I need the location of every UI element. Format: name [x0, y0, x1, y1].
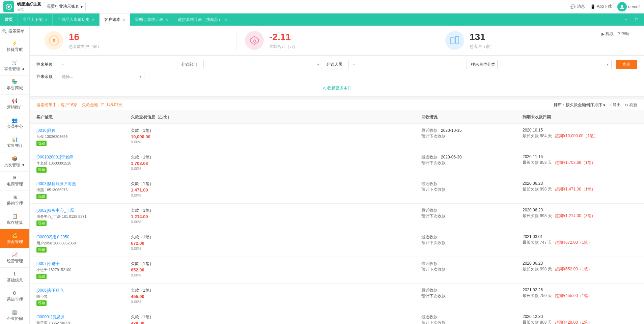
filter-source-unit-input[interactable]: ··· — [59, 60, 177, 69]
sidebar-item-quick-nav[interactable]: ⚡ 快捷导航 — [0, 37, 29, 56]
customer-name-link[interactable]: [000001]黄思源 — [36, 314, 131, 320]
overdue-link[interactable]: 超期¥429.00（1笔） — [555, 320, 592, 324]
debt-info-cell: 欠款（1笔） 10,000.00 0.00% — [131, 128, 421, 144]
sidebar-item-inventory-label: 库存核算 — [7, 220, 23, 226]
customer-name-link[interactable]: [0016]吕俊 — [36, 128, 131, 134]
sidebar-search[interactable]: 🔍 搜索菜单 — [0, 26, 29, 37]
tab-close-icon[interactable]: ✕ — [165, 18, 168, 22]
filter-balance-input[interactable]: 选择... ▾ — [59, 72, 144, 81]
overdue-date: 2020.10.15 — [523, 128, 637, 132]
tab-purchase-stats-label: 采购订单统计表 — [135, 17, 163, 23]
overdue-info-cell: 2020.06.23 最长欠款 998 天 超期¥1,214.00（3笔） — [523, 208, 637, 219]
sidebar-item-operations[interactable]: 📈 经营管理 — [0, 248, 29, 268]
tab-close-icon[interactable]: ✕ — [224, 18, 227, 22]
sidebar-item-purchase[interactable]: 🛍 采购管理 — [0, 191, 29, 210]
tab-close-icon[interactable]: ✕ — [45, 18, 48, 22]
collapse-btn[interactable]: ⋀ 收起更多条件 — [36, 84, 637, 92]
stat-amount-info: -2.11 欠款合计（万） — [269, 32, 298, 50]
sort-dropdown-icon[interactable]: ▾ — [603, 103, 605, 108]
sidebar-item-enterprise[interactable]: 🏢 企业协同 — [0, 306, 29, 324]
maximize-btn[interactable]: □ — [633, 16, 641, 24]
tab-production-instock[interactable]: 产成品入库单历史 ✕ — [53, 13, 100, 26]
retail-mall-icon: 🏪 — [12, 79, 18, 84]
overdue-link[interactable]: 超期¥1,471.00（1笔） — [555, 187, 595, 192]
minimize-btn[interactable]: − — [622, 16, 630, 24]
query-button[interactable]: 查询 — [616, 60, 637, 69]
overdue-link[interactable]: 超期¥1,214.00（3笔） — [555, 213, 595, 218]
sidebar-item-system[interactable]: ⚙ 系统管理 — [0, 287, 29, 306]
sidebar-item-retail-stats[interactable]: 📊 零售统计 — [0, 133, 29, 152]
overdue-link[interactable]: 超期¥455.90（1笔） — [555, 293, 592, 298]
repayment-info-cell: 最近收款 预计下次收款 — [421, 261, 523, 272]
sidebar-item-retail-mall[interactable]: 🏪 零售商城 — [0, 76, 29, 95]
customer-name-link[interactable]: [0002]服务中心_丁磊 — [36, 208, 131, 213]
sidebar-item-capital[interactable]: 💰 资金管理 — [0, 229, 29, 248]
logo-area: 畅捷通好生意 示范 母婴行业演示账套 ▾ — [3, 1, 86, 12]
refresh-icon: ↻ — [625, 103, 628, 108]
overdue-link[interactable]: 超期¥652.00（1笔） — [555, 267, 592, 271]
user-menu[interactable]: demo2 — [617, 2, 641, 11]
customer-name-link[interactable]: [0003]畅捷服务尹海燕 — [36, 181, 131, 187]
sidebar-item-member[interactable]: 👥 会员中心 — [0, 114, 29, 133]
help-btn[interactable]: ? 帮助 — [618, 31, 629, 37]
overdue-link[interactable]: 超期¥1,703.68（1笔） — [555, 160, 595, 165]
sidebar-item-batch-mgmt-label: 批发管理 ▼ — [4, 162, 25, 168]
export-btn[interactable]: ○ 导出 — [609, 102, 621, 108]
result-text: 搜索结果中，客户16家 欠款金额 -21,148.07元 — [36, 102, 122, 108]
stat-amount-value: -2.11 — [269, 32, 298, 42]
customer-name-link[interactable]: [000002]用户2050 — [36, 234, 131, 240]
message-btn[interactable]: 💬 消息 — [570, 4, 585, 9]
customer-detail: 李老师 18600391516 — [36, 161, 131, 166]
next-repay: 预计下次收款 — [421, 134, 523, 139]
source-unit-dots: ··· — [62, 62, 66, 67]
sidebar-item-marketing[interactable]: 📢 营销推广 — [0, 95, 29, 114]
filter-manager-input[interactable]: ··· — [348, 60, 467, 69]
video-btn[interactable]: ▶ 视频 — [601, 31, 614, 37]
table-row: [0001020001]李老师 李老师 18600391516 现销 欠款（1笔… — [30, 150, 644, 177]
tab-purchase-stats[interactable]: 采购订单统计表 ✕ — [130, 13, 173, 26]
filter-dept-input[interactable]: ▾ — [203, 60, 322, 69]
tab-instock-stats[interactable]: 进货单统计表（按商品） ✕ — [173, 13, 232, 26]
store-selector[interactable]: 母婴行业演示账套 ▾ — [44, 2, 86, 11]
tab-customer-account[interactable]: 客户账本 ✕ — [100, 13, 130, 26]
last-repay: 最近收款 — [421, 288, 523, 293]
tab-home[interactable]: 首页 — [0, 13, 18, 26]
top-header: 畅捷通好生意 示范 母婴行业演示账套 ▾ 💬 消息 📱 App下载 demo2 — [0, 0, 644, 13]
basic-info-icon: ℹ — [14, 271, 16, 276]
customer-name-link[interactable]: [0006]去下粮仓 — [36, 288, 131, 293]
debt-amount: 10,000.00 — [131, 134, 421, 139]
sidebar-item-batch-mgmt[interactable]: 📦 批发管理 ▼ — [0, 152, 29, 172]
tab-close-icon[interactable]: ✕ — [122, 18, 125, 22]
app-logo-icon — [3, 1, 14, 12]
overdue-link[interactable]: 超期¥672.00（1笔） — [555, 240, 592, 245]
app-download-btn[interactable]: 📱 App下载 — [590, 4, 612, 9]
sidebar-item-retail-mgmt[interactable]: 🛒 零售管理 ▲ — [0, 56, 29, 76]
customer-info-cell: [000002]用户2050 用户2050 18665062050 现销 — [36, 234, 131, 253]
tab-production-instock-label: 产成品入库单历史 — [57, 17, 90, 23]
debt-info-cell: 欠款（1笔） 429.00 0.00% — [131, 314, 421, 324]
sidebar-item-ecommerce[interactable]: 🖥 电商管理 — [0, 172, 29, 191]
repayment-info-cell: 最近收款 2020-10-15 预计下次收款 — [421, 128, 523, 139]
balance-placeholder: 选择... — [62, 74, 73, 80]
sidebar-item-basic-info-label: 基础信息 — [7, 277, 23, 283]
tab-product-offshelf-label: 商品上下架 — [23, 17, 43, 23]
tab-product-offshelf[interactable]: 商品上下架 ✕ — [18, 13, 53, 26]
sidebar-item-inventory[interactable]: 📋 库存核算 — [0, 210, 29, 229]
customer-info-cell: [0006]去下粮仓 陈小希 现销 — [36, 288, 131, 306]
tab-close-icon[interactable]: ✕ — [92, 18, 94, 22]
customer-name-link[interactable]: [0007]小进千 — [36, 261, 131, 267]
tab-home-label: 首页 — [5, 17, 13, 23]
filter-unit-category-input[interactable]: ▾ — [497, 60, 612, 69]
table-row: [0016]吕俊 吕俊 13026203696 现销 欠款（1笔） 10,000… — [30, 124, 644, 150]
customer-name-link[interactable]: [0001020001]李老师 — [36, 154, 131, 160]
collapse-up-icon: ⋀ — [323, 86, 326, 91]
refresh-btn[interactable]: ↻ 刷新 — [625, 102, 637, 108]
debt-count: 欠款（1笔） — [131, 234, 421, 240]
overdue-info-cell: 2020.11.15 最长欠款 853 天 超期¥1,703.68（1笔） — [523, 154, 637, 166]
overdue-link[interactable]: 超期¥10,000.00（1笔） — [555, 134, 598, 138]
stat-total-info: 131 总客户（家） — [470, 32, 494, 50]
repayment-info-cell: 最近收款 预计下次收款 — [421, 288, 523, 299]
overdue-date: 2020.06.23 — [523, 208, 637, 212]
sidebar-item-basic-info[interactable]: ℹ 基础信息 — [0, 268, 29, 287]
customer-info-cell: [000001]黄思源 黄思源 13552700226 现销 — [36, 314, 131, 324]
